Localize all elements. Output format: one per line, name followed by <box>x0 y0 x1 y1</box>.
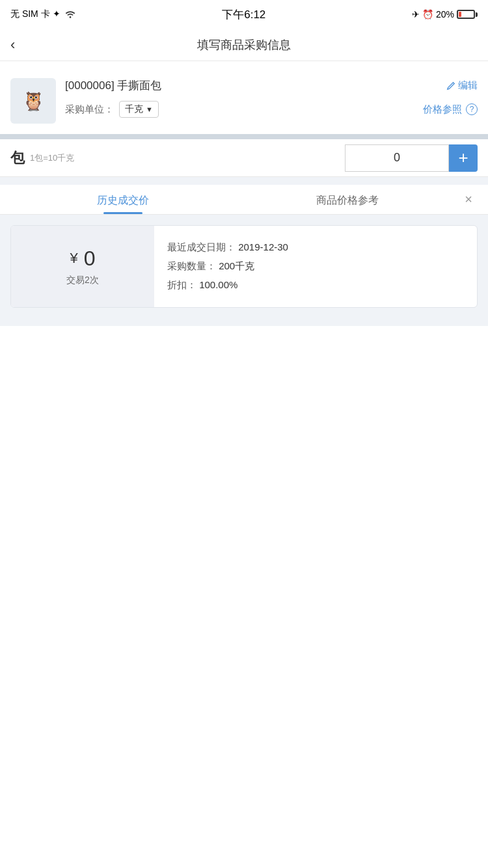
price-reference-button[interactable]: 价格参照 ? <box>423 103 478 116</box>
qty-value: 200千克 <box>219 260 254 271</box>
product-info: [0000006] 手撕面包 编辑 采购单位： 千克 ▼ <box>65 78 478 118</box>
quantity-value: 0 <box>394 151 400 165</box>
svg-point-0 <box>69 16 71 18</box>
info-icon: ? <box>466 103 478 115</box>
quantity-plus-button[interactable]: + <box>449 144 478 172</box>
quantity-unit-hint: 1包=10千克 <box>30 152 74 164</box>
status-left: 无 SIM 卡 ✦ <box>10 8 76 20</box>
transaction-date-row: 最近成交日期： 2019-12-30 <box>167 241 464 254</box>
quantity-unit-label: 包 1包=10千克 <box>10 148 74 168</box>
product-unit-row: 采购单位： 千克 ▼ 价格参照 ? <box>65 101 478 118</box>
product-name-text: 手撕面包 <box>117 79 161 92</box>
trade-count: 交易2次 <box>66 275 99 286</box>
tab-price-reference[interactable]: 商品价格参考 <box>235 185 459 214</box>
signal-text: 无 SIM 卡 ✦ <box>10 8 61 20</box>
unit-label-text: 采购单位： <box>65 103 114 116</box>
product-id: [0000006] <box>65 79 115 92</box>
tabs-header: 历史成交价 商品价格参考 × <box>0 185 488 215</box>
quantity-row: 包 1包=10千克 0 + <box>0 139 488 177</box>
battery-icon <box>457 10 478 19</box>
tabs-container: 历史成交价 商品价格参考 × ¥ 0 交易2次 最近成交日期： 2019-12-… <box>0 177 488 326</box>
transaction-right: 最近成交日期： 2019-12-30 采购数量： 200千克 折扣： 100.0… <box>154 226 477 307</box>
unit-value: 千克 <box>125 103 143 115</box>
location-icon: ✈ <box>412 9 420 20</box>
product-card: 🦉 [0000006] 手撕面包 编辑 采购单位： <box>0 68 488 134</box>
price-value: 0 <box>84 247 96 270</box>
page-title: 填写商品采购信息 <box>197 37 291 53</box>
tab2-label: 商品价格参考 <box>316 195 379 206</box>
transaction-qty-row: 采购数量： 200千克 <box>167 260 464 273</box>
quantity-unit-big: 包 <box>10 148 25 168</box>
transaction-discount-row: 折扣： 100.00% <box>167 279 464 292</box>
currency-symbol: ¥ <box>70 250 78 266</box>
qty-label: 采购数量： <box>167 260 216 271</box>
product-image: 🦉 <box>10 78 56 124</box>
battery-percent: 20% <box>436 9 454 20</box>
transaction-left: ¥ 0 交易2次 <box>11 226 154 307</box>
plus-icon: + <box>458 148 468 168</box>
history-content: ¥ 0 交易2次 最近成交日期： 2019-12-30 采购数量： 200千克 … <box>0 215 488 326</box>
status-bar: 无 SIM 卡 ✦ 下午6:12 ✈ ⏰ 20% <box>0 0 488 29</box>
transaction-card: ¥ 0 交易2次 最近成交日期： 2019-12-30 采购数量： 200千克 … <box>10 225 478 308</box>
edit-icon <box>446 81 455 90</box>
discount-label: 折扣： <box>167 279 197 290</box>
date-value: 2019-12-30 <box>238 241 288 252</box>
status-right: ✈ ⏰ 20% <box>412 9 478 20</box>
quantity-controls: 0 + <box>345 144 478 172</box>
quantity-input[interactable]: 0 <box>345 144 449 172</box>
alarm-icon: ⏰ <box>422 9 433 20</box>
unit-select[interactable]: 千克 ▼ <box>119 101 159 118</box>
wifi-icon <box>64 10 76 19</box>
date-label: 最近成交日期： <box>167 241 236 252</box>
section-divider <box>0 134 488 139</box>
price-ref-label: 价格参照 <box>423 103 462 116</box>
status-time: 下午6:12 <box>222 7 265 22</box>
transaction-price: ¥ 0 <box>70 247 96 271</box>
chevron-down-icon: ▼ <box>146 105 153 113</box>
product-title-row: [0000006] 手撕面包 编辑 <box>65 78 478 93</box>
tab-history-price[interactable]: 历史成交价 <box>10 185 235 214</box>
edit-label: 编辑 <box>458 79 478 92</box>
product-name: [0000006] 手撕面包 <box>65 78 161 93</box>
product-header: 🦉 [0000006] 手撕面包 编辑 采购单位： <box>10 78 478 124</box>
product-logo: 🦉 <box>22 90 45 112</box>
discount-value: 100.00% <box>199 279 237 290</box>
edit-button[interactable]: 编辑 <box>446 79 478 92</box>
tab1-label: 历史成交价 <box>97 195 149 206</box>
back-button[interactable]: ‹ <box>5 31 20 59</box>
tab-close-button[interactable]: × <box>459 192 478 207</box>
nav-bar: ‹ 填写商品采购信息 <box>0 29 488 61</box>
unit-label: 采购单位： 千克 ▼ <box>65 101 159 118</box>
